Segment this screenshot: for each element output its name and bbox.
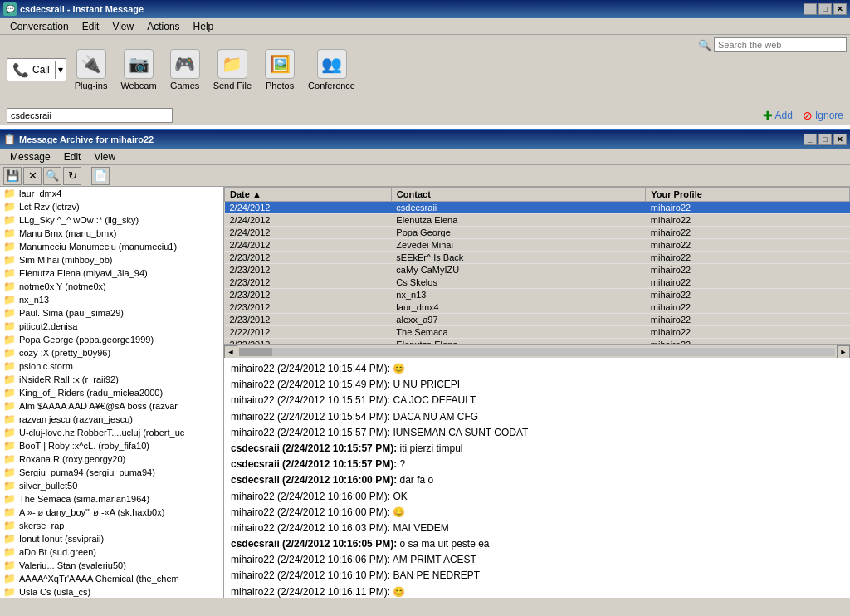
archive-menu-view[interactable]: View [87,149,122,159]
archive-minimize-button[interactable]: _ [804,134,817,145]
send-file-icon: 📁 [217,49,247,79]
photos-button[interactable]: 🖼️ Photos [260,47,300,92]
call-label: Call [32,64,50,76]
conference-icon: 👥 [317,49,347,79]
ignore-icon: ⊘ [803,109,813,122]
archive-menu-message[interactable]: Message [3,149,57,159]
ignore-label: Ignore [815,110,843,121]
send-file-label: Send File [213,81,252,90]
contact-bar: ✚ Add ⊘ Ignore [0,105,850,125]
plug-ins-icon: 🔌 [76,49,106,79]
app-icon: 💬 [3,2,17,16]
add-button[interactable]: ✚ Add [763,109,793,122]
conference-button[interactable]: 👥 Conference [303,47,360,92]
photos-icon: 🖼️ [265,49,295,79]
plug-ins-button[interactable]: 🔌 Plug-ins [70,47,113,92]
photos-label: Photos [266,81,294,90]
archive-window: 📋 Message Archive for mihairo22 _ □ ✕ Me… [0,129,850,158]
plug-ins-label: Plug-ins [75,81,108,90]
phone-icon: 📞 [12,62,29,78]
menu-help[interactable]: Help [187,19,221,34]
search-icon: 🔍 [698,39,711,51]
games-button[interactable]: 🎮 Games [165,47,205,92]
games-icon: 🎮 [170,49,200,79]
archive-maximize-button[interactable]: □ [818,134,832,145]
menu-actions[interactable]: Actions [140,19,186,34]
contact-actions: ✚ Add ⊘ Ignore [763,109,843,122]
call-button[interactable]: 📞 Call [7,61,55,80]
main-menu-bar: Conversation Edit View Actions Help 🔍 [0,18,850,35]
menu-edit[interactable]: Edit [76,19,106,34]
call-dropdown-arrow[interactable]: ▾ [56,62,66,77]
main-window-title: csdecsraii - Instant Message [20,4,144,14]
contact-input[interactable] [7,108,173,123]
ignore-button[interactable]: ⊘ Ignore [803,109,843,122]
archive-menu-bar: Message Edit View [0,149,850,158]
close-button[interactable]: ✕ [833,3,847,15]
games-label: Games [170,81,199,90]
archive-close-button[interactable]: ✕ [833,134,847,145]
call-button-wrapper: 📞 Call ▾ [7,58,66,81]
conference-label: Conference [308,81,355,90]
menu-conversation[interactable]: Conversation [3,19,76,34]
maximize-button[interactable]: □ [818,3,832,15]
menu-view[interactable]: View [105,19,140,34]
send-file-button[interactable]: 📁 Send File [208,47,256,92]
archive-title: Message Archive for mihairo22 [19,134,154,144]
archive-icon: 📋 [3,134,16,145]
search-input[interactable] [714,37,847,52]
webcam-icon: 📷 [124,49,154,79]
main-title-bar: 💬 csdecsraii - Instant Message _ □ ✕ [0,0,850,18]
archive-title-buttons: _ □ ✕ [804,134,847,145]
webcam-label: Webcam [120,81,156,90]
minimize-button[interactable]: _ [804,3,817,15]
add-label: Add [775,110,793,121]
archive-menu-edit[interactable]: Edit [57,149,88,159]
search-area: 🔍 [698,37,847,53]
webcam-button[interactable]: 📷 Webcam [115,47,161,92]
archive-title-bar: 📋 Message Archive for mihairo22 _ □ ✕ [0,130,850,149]
add-icon: ✚ [763,109,773,122]
